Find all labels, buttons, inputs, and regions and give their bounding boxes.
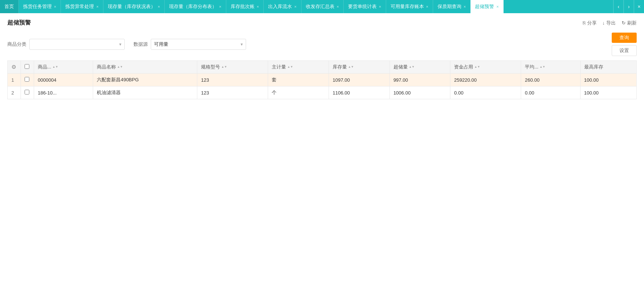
refresh-button[interactable]: ↻ 刷新: [622, 20, 637, 26]
close-icon[interactable]: ×: [96, 4, 98, 9]
row-unit: 个: [268, 86, 329, 99]
category-filter-label: 商品分类: [7, 41, 26, 48]
row-stock: 1097.00: [329, 74, 389, 86]
row-checkbox[interactable]: [25, 90, 29, 94]
sort-icon-unit: ▲▼: [287, 66, 293, 68]
col-unit: 主计量 ▲▼: [268, 61, 329, 74]
close-icon[interactable]: ×: [464, 4, 466, 9]
row-stock: 1106.00: [329, 86, 389, 99]
row-over: 1006.00: [389, 86, 450, 99]
row-maxstock: 100.00: [580, 74, 636, 86]
nav-item-----------[interactable]: 现存量（库存状况表）×: [103, 0, 165, 13]
row-code: 0000004: [34, 74, 93, 86]
row-capital: 0.00: [450, 86, 521, 99]
close-icon[interactable]: ×: [426, 4, 428, 9]
export-icon: ↓: [603, 20, 605, 26]
sort-icon-over: ▲▼: [409, 66, 415, 68]
page-title: 超储预警: [7, 19, 31, 27]
row-checkbox-cell: [21, 74, 34, 86]
page-header: 超储预警 ⎘ 分享 ↓ 导出 ↻ 刷新: [7, 19, 637, 27]
close-icon[interactable]: ×: [158, 4, 160, 9]
nav-item-----[interactable]: 超储预警×: [471, 0, 503, 13]
datasource-filter-label: 数据源: [133, 41, 148, 48]
col-name: 商品名称 ▲▼: [93, 61, 197, 74]
nav-item------[interactable]: 保质期查询×: [433, 0, 471, 13]
close-icon[interactable]: ×: [337, 4, 339, 9]
nav-item-------[interactable]: 拣货异常处理×: [61, 0, 103, 13]
nav-item-------[interactable]: 拣货任务管理×: [19, 0, 61, 13]
col-spec: 规格型号 ▲▼: [197, 61, 268, 74]
category-filter-group: 商品分类 ▾: [7, 39, 125, 50]
table-row: 1 0000004 六配套新昌490BPG 123 套 1097.00 997.…: [8, 74, 637, 86]
close-icon[interactable]: ×: [54, 4, 56, 9]
category-select[interactable]: ▾: [29, 39, 125, 50]
row-over: 997.00: [389, 74, 450, 86]
export-button[interactable]: ↓ 导出: [603, 20, 616, 26]
row-avg: 260.00: [521, 74, 580, 86]
row-name: 六配套新昌490BPG: [93, 74, 197, 86]
col-checkbox: [21, 61, 34, 74]
nav-arrows: ‹ › ×: [613, 0, 644, 13]
sort-icon-name: ▲▼: [117, 66, 123, 68]
sort-icon-stock: ▲▼: [348, 66, 354, 68]
nav-close-button[interactable]: ×: [634, 0, 644, 13]
nav-item---[interactable]: 首页: [0, 0, 19, 13]
row-capital: 259220.00: [450, 74, 521, 86]
filter-row: 商品分类 ▾ 数据源 可用量 ▾ 查询 设置: [7, 33, 637, 56]
col-over: 超储量 ▲▼: [389, 61, 450, 74]
close-icon[interactable]: ×: [496, 4, 498, 9]
row-num: 2: [8, 86, 21, 99]
share-button[interactable]: ⎘ 分享: [583, 20, 597, 26]
col-avg: 平均... ▲▼: [521, 61, 580, 74]
query-button[interactable]: 查询: [612, 33, 637, 43]
table-body: 1 0000004 六配套新昌490BPG 123 套 1097.00 997.…: [8, 74, 637, 99]
datasource-filter-group: 数据源 可用量 ▾: [133, 39, 246, 50]
category-dropdown-icon: ▾: [119, 42, 121, 47]
col-settings: ⚙: [8, 61, 21, 74]
nav-item------[interactable]: 库存批次账×: [226, 0, 264, 13]
sort-icon-spec: ▲▼: [221, 66, 227, 68]
refresh-icon: ↻: [622, 20, 626, 26]
close-icon[interactable]: ×: [257, 4, 259, 9]
close-icon[interactable]: ×: [379, 4, 381, 9]
header-actions: ⎘ 分享 ↓ 导出 ↻ 刷新: [583, 20, 637, 26]
data-table: ⚙ 商品... ▲▼ 商品名称 ▲▼: [7, 60, 637, 99]
share-icon: ⎘: [583, 20, 586, 26]
row-spec: 123: [197, 86, 268, 99]
page-content: 超储预警 ⎘ 分享 ↓ 导出 ↻ 刷新 商品分类 ▾ 数据源: [0, 13, 644, 105]
col-capital: 资金占用 ▲▼: [450, 61, 521, 74]
col-code: 商品... ▲▼: [34, 61, 93, 74]
select-all-checkbox[interactable]: [25, 64, 29, 69]
row-code: 186-10...: [34, 86, 93, 99]
nav-prev-button[interactable]: ‹: [613, 0, 623, 13]
nav-item-----------[interactable]: 现存量（库存分布表）×: [165, 0, 226, 13]
sort-icon-capital: ▲▼: [474, 66, 480, 68]
row-avg: 0.00: [521, 86, 580, 99]
row-num: 1: [8, 74, 21, 86]
datasource-select-value: 可用量: [154, 41, 168, 48]
table-header: ⚙ 商品... ▲▼ 商品名称 ▲▼: [8, 61, 637, 74]
top-nav: 首页拣货任务管理×拣货异常处理×现存量（库存状况表）×现存量（库存分布表）×库存…: [0, 0, 644, 13]
row-checkbox[interactable]: [25, 77, 29, 82]
settings-button[interactable]: 设置: [612, 45, 637, 56]
nav-item--------[interactable]: 可用量库存账本×: [386, 0, 433, 13]
row-spec: 123: [197, 74, 268, 86]
nav-item-------[interactable]: 收发存汇总表×: [301, 0, 344, 13]
col-maxstock: 最高库存: [580, 61, 636, 74]
close-icon[interactable]: ×: [294, 4, 296, 9]
filter-actions: 查询 设置: [612, 33, 637, 56]
row-unit: 套: [268, 74, 329, 86]
nav-item------[interactable]: 出入库流水×: [264, 0, 301, 13]
row-checkbox-cell: [21, 86, 34, 99]
table-row: 2 186-10... 机油滤清器 123 个 1106.00 1006.00 …: [8, 86, 637, 99]
col-stock: 库存量 ▲▼: [329, 61, 389, 74]
datasource-dropdown-icon: ▾: [241, 42, 243, 47]
gear-icon[interactable]: ⚙: [11, 64, 16, 70]
datasource-select[interactable]: 可用量 ▾: [151, 39, 246, 50]
row-maxstock: 100.00: [580, 86, 636, 99]
nav-next-button[interactable]: ›: [623, 0, 634, 13]
nav-item-------[interactable]: 要货单统计表×: [344, 0, 386, 13]
sort-icon-code: ▲▼: [52, 66, 58, 68]
close-icon[interactable]: ×: [219, 4, 221, 9]
row-name: 机油滤清器: [93, 86, 197, 99]
